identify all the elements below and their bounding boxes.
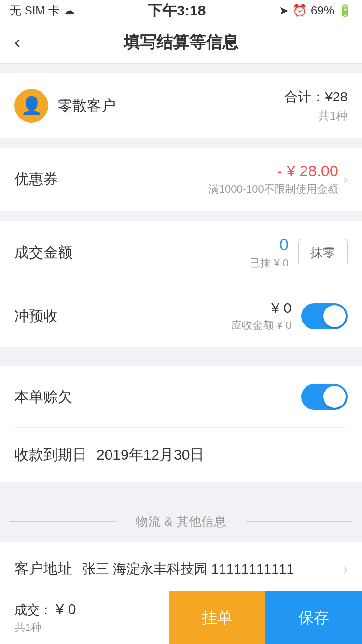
prepay-right: ¥ 0 应收金额 ¥ 0 <box>231 300 348 333</box>
transaction-amount-row: 成交金额 0 已抹 ¥ 0 抹零 <box>14 221 348 285</box>
section-divider-2 <box>0 347 362 357</box>
logistics-section: 物流 & 其他信息 <box>0 502 362 542</box>
bottom-bar: 成交： ¥ 0 共1种 挂单 保存 <box>0 591 362 644</box>
debt-section: 本单赊欠 收款到期日 2019年12月30日 <box>0 366 362 482</box>
avatar: 👤 <box>14 89 48 123</box>
nav-bar: ‹ 填写结算等信息 <box>0 21 362 64</box>
prepay-toggle[interactable] <box>301 303 348 329</box>
status-right: ➤ ⏰ 69% 🔋 <box>279 4 352 17</box>
logistics-line-left <box>10 521 116 522</box>
battery-icon: 🔋 <box>338 4 352 17</box>
customer-name: 零散客户 <box>58 96 116 116</box>
transaction-amount-right: 0 已抹 ¥ 0 抹零 <box>250 235 348 270</box>
bottom-summary: 成交： ¥ 0 共1种 <box>0 601 169 635</box>
customer-section: 👤 零散客户 合计：¥28 共1种 <box>0 73 362 138</box>
transaction-amount-value: 0 <box>250 235 289 254</box>
coupon-desc: 满1000-100不限制使用金额 <box>209 182 338 196</box>
debt-row: 本单赊欠 <box>14 366 348 428</box>
address-label: 客户地址 <box>14 559 72 579</box>
prepay-value-wrap: ¥ 0 应收金额 ¥ 0 <box>231 300 292 333</box>
due-date-value: 2019年12月30日 <box>97 445 204 465</box>
bottom-deal-line: 成交： ¥ 0 <box>14 601 154 618</box>
section-divider-1 <box>0 211 362 221</box>
location-icon: ➤ <box>279 4 289 17</box>
customer-count: 共1种 <box>284 108 348 124</box>
chevron-right-icon: › <box>343 172 348 187</box>
address-chevron-icon: › <box>343 561 348 577</box>
status-bar: 无 SIM 卡 ☁ 下午3:18 ➤ ⏰ 69% 🔋 <box>0 0 362 21</box>
logistics-header: 物流 & 其他信息 <box>0 502 362 542</box>
sim-status: 无 SIM 卡 ☁ <box>10 3 75 18</box>
coupon-discount: - ¥ 28.00 <box>209 162 338 180</box>
customer-total-section: 合计：¥28 共1种 <box>284 88 348 124</box>
content: 👤 零散客户 合计：¥28 共1种 优惠券 - ¥ 28.00 满1000-10… <box>0 64 362 644</box>
save-button[interactable]: 保存 <box>265 591 362 644</box>
coupon-section[interactable]: 优惠券 - ¥ 28.00 满1000-100不限制使用金额 › <box>0 148 362 211</box>
amount-section: 成交金额 0 已抹 ¥ 0 抹零 冲预收 ¥ 0 应收金额 ¥ 0 <box>0 221 362 347</box>
hang-button[interactable]: 挂单 <box>169 591 265 644</box>
logistics-line-right <box>246 521 352 522</box>
debt-toggle[interactable] <box>301 384 348 410</box>
prepay-label: 冲预收 <box>14 307 58 326</box>
coupon-right: - ¥ 28.00 满1000-100不限制使用金额 › <box>209 162 348 196</box>
due-date-row: 收款到期日 2019年12月30日 <box>14 428 348 482</box>
round-button[interactable]: 抹零 <box>298 239 348 266</box>
bottom-deal-label: 成交： <box>14 602 52 617</box>
prepay-sub: 应收金额 ¥ 0 <box>231 318 292 333</box>
status-time: 下午3:18 <box>148 1 206 21</box>
alarm-icon: ⏰ <box>292 4 307 17</box>
prepay-row: 冲预收 ¥ 0 应收金额 ¥ 0 <box>14 285 348 347</box>
address-value: 张三 海淀永丰科技园 11111111111 <box>82 560 343 578</box>
transaction-amount-label: 成交金额 <box>14 243 72 263</box>
coupon-info: - ¥ 28.00 满1000-100不限制使用金额 <box>209 162 338 196</box>
section-divider-3 <box>0 482 362 492</box>
status-left: 无 SIM 卡 ☁ <box>10 3 75 18</box>
debt-label: 本单赊欠 <box>14 387 72 407</box>
back-button[interactable]: ‹ <box>14 32 20 53</box>
logistics-title: 物流 & 其他信息 <box>136 513 226 530</box>
customer-total: 合计：¥28 <box>284 88 348 106</box>
page-title: 填写结算等信息 <box>124 31 238 54</box>
prepay-value: ¥ 0 <box>231 300 292 316</box>
coupon-label: 优惠券 <box>14 169 58 189</box>
transaction-amount-sub: 已抹 ¥ 0 <box>250 256 289 270</box>
due-date-label: 收款到期日 <box>14 445 87 465</box>
amount-value-wrap: 0 已抹 ¥ 0 <box>250 235 289 270</box>
avatar-icon: 👤 <box>21 96 42 116</box>
bottom-count: 共1种 <box>14 620 154 635</box>
customer-info: 👤 零散客户 <box>14 89 116 123</box>
address-row: 客户地址 张三 海淀永丰科技园 11111111111 › <box>14 542 348 596</box>
bottom-deal-value: ¥ 0 <box>56 601 76 617</box>
address-section[interactable]: 客户地址 张三 海淀永丰科技园 11111111111 › <box>0 542 362 596</box>
battery-label: 69% <box>311 4 334 17</box>
